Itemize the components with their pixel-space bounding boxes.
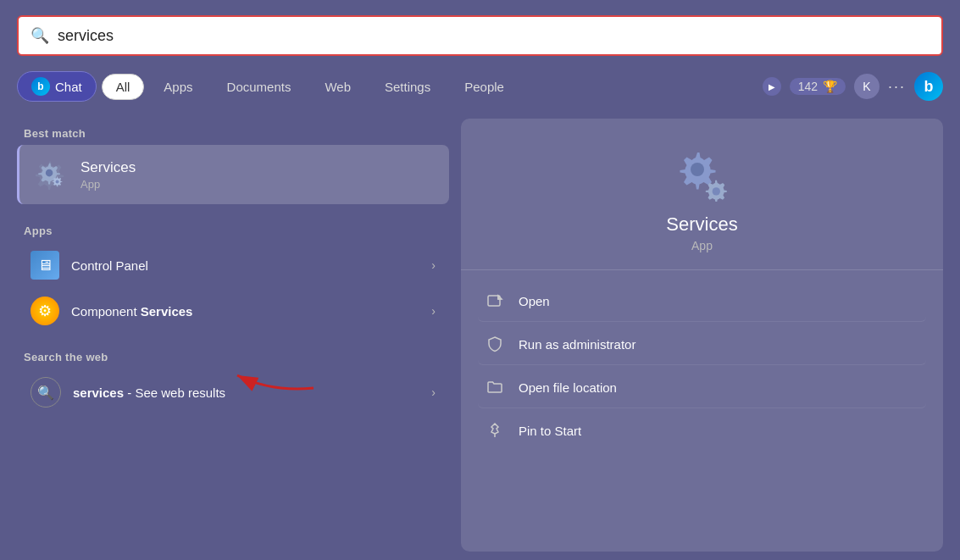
tab-extras: ▶ 142 🏆 K ··· b [763, 72, 943, 101]
right-app-name: Services [666, 213, 737, 236]
tab-all-label: All [116, 80, 130, 94]
web-section: Search the web 🔍 services - See web resu… [17, 342, 449, 416]
folder-icon [485, 377, 505, 397]
more-options-button[interactable]: ··· [888, 78, 906, 96]
app-item-component-services[interactable]: ⚙ Component Services › [17, 288, 449, 334]
open-icon [485, 291, 505, 311]
web-section-label: Search the web [17, 342, 449, 369]
services-icon [33, 157, 69, 192]
svg-point-2 [46, 169, 53, 177]
svg-point-3 [56, 180, 59, 183]
chevron-right-icon-2: › [431, 304, 436, 318]
tab-settings-label: Settings [385, 80, 430, 94]
web-search-item[interactable]: 🔍 services - See web results › [17, 369, 449, 416]
control-panel-icon: 🖥 [31, 251, 59, 280]
right-app-info: Services App [461, 119, 943, 270]
chevron-right-icon-3: › [431, 385, 436, 399]
count-badge: 142 🏆 [790, 78, 846, 95]
best-match-type: App [80, 178, 436, 191]
best-match-text: Services App [80, 159, 436, 191]
shield-icon [485, 334, 505, 354]
action-open-label: Open [519, 294, 550, 308]
svg-point-7 [713, 187, 720, 195]
k-label: K [863, 80, 870, 93]
app-item-name-control-panel: Control Panel [71, 258, 419, 273]
app-item-name-component-services: Component Services [71, 304, 419, 319]
tab-apps-label: Apps [164, 80, 192, 94]
tab-chat[interactable]: b Chat [17, 71, 97, 102]
left-panel: Best match [17, 119, 449, 552]
k-button[interactable]: K [854, 74, 880, 99]
best-match-item[interactable]: Services App [17, 145, 449, 204]
action-location-label: Open file location [519, 380, 617, 395]
best-match-name: Services [80, 159, 436, 176]
count-number: 142 [798, 80, 818, 93]
more-tabs-button[interactable]: ▶ [763, 77, 781, 96]
tab-settings[interactable]: Settings [370, 74, 445, 100]
right-services-icon [673, 144, 732, 203]
main-content: Best match [17, 119, 943, 552]
tab-chat-label: Chat [55, 80, 82, 94]
best-match-label: Best match [17, 119, 449, 145]
search-container: 🔍 [17, 15, 943, 56]
tab-people-label: People [464, 80, 504, 94]
search-input[interactable] [58, 27, 929, 45]
tab-documents[interactable]: Documents [213, 74, 306, 100]
tab-web[interactable]: Web [310, 74, 365, 100]
search-icon: 🔍 [31, 26, 49, 45]
action-open-location[interactable]: Open file location [478, 367, 926, 408]
action-admin-label: Run as administrator [519, 337, 635, 352]
apps-section-label: Apps [17, 216, 449, 242]
action-run-as-admin[interactable]: Run as administrator [478, 324, 926, 365]
tab-people[interactable]: People [450, 74, 519, 100]
pin-icon [485, 420, 505, 441]
action-open[interactable]: Open [478, 280, 926, 322]
web-search-text: services - See web results [73, 385, 419, 400]
component-services-icon: ⚙ [31, 297, 59, 325]
tab-web-label: Web [325, 80, 351, 94]
trophy-icon: 🏆 [823, 80, 837, 93]
apps-section: Apps 🖥 Control Panel › ⚙ Component Servi… [17, 216, 449, 334]
bing-icon: b [31, 77, 50, 96]
right-panel: Services App Open [461, 119, 943, 552]
right-app-type: App [691, 239, 713, 252]
tab-all[interactable]: All [102, 74, 145, 100]
tab-apps[interactable]: Apps [149, 74, 207, 100]
app-item-control-panel[interactable]: 🖥 Control Panel › [17, 242, 449, 288]
tabs-row: b Chat All Apps Documents Web Settings P… [17, 71, 943, 102]
right-actions: Open Run as administrator Open fil [461, 270, 943, 461]
svg-point-6 [691, 163, 704, 176]
tab-documents-label: Documents [227, 80, 291, 94]
search-bar: 🔍 [17, 15, 943, 56]
chevron-right-icon: › [431, 258, 436, 272]
action-pin-label: Pin to Start [519, 424, 581, 438]
bing-logo-button[interactable]: b [914, 72, 943, 101]
web-search-icon: 🔍 [31, 377, 61, 408]
action-pin-to-start[interactable]: Pin to Start [478, 410, 926, 451]
